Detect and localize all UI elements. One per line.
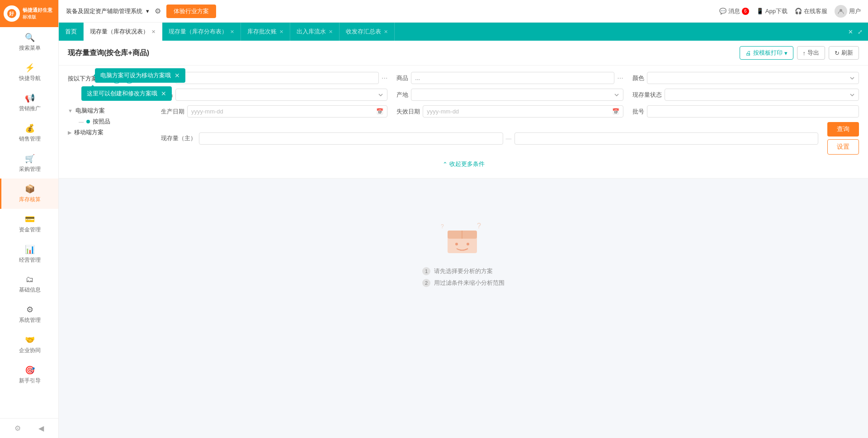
online-support-item[interactable]: 🎧 在线客服 bbox=[795, 7, 827, 15]
sidebar-item-enterprise[interactable]: 🤝 企业协同 bbox=[0, 330, 58, 360]
message-item[interactable]: 💬 消息 6 bbox=[719, 7, 749, 15]
tabbar-actions: ✕ ⤢ bbox=[843, 23, 868, 41]
sidebar-item-label: 采购管理 bbox=[19, 165, 41, 173]
sidebar-item-search[interactable]: 🔍 搜索菜单 bbox=[0, 27, 58, 57]
export-button[interactable]: ↑ 导出 bbox=[797, 46, 826, 60]
sidebar-item-label: 资金管理 bbox=[19, 226, 41, 234]
message-label: 消息 bbox=[728, 7, 740, 15]
collapse-filter-btn[interactable]: ⌃ 收起更多条件 bbox=[68, 156, 859, 172]
goods-field: 商品 ··· bbox=[396, 72, 623, 84]
batch-input[interactable] bbox=[647, 105, 859, 118]
tab-close-icon[interactable]: ✕ bbox=[151, 29, 156, 35]
origin-select[interactable] bbox=[411, 89, 623, 101]
production-date-placeholder: yyyy-mm-dd bbox=[191, 108, 223, 115]
reset-button[interactable]: 设置 bbox=[827, 139, 859, 155]
tab-close-icon[interactable]: ✕ bbox=[230, 29, 234, 35]
online-support-label: 在线客服 bbox=[804, 7, 827, 15]
sidebar-item-label: 销售管理 bbox=[19, 135, 41, 143]
sidebar-item-business[interactable]: 📊 经营管理 bbox=[0, 239, 58, 269]
collapse-sidebar-btn[interactable]: ◀ bbox=[38, 424, 44, 433]
close-all-tabs-icon[interactable]: ✕ bbox=[848, 28, 853, 35]
stock-status-select[interactable] bbox=[665, 89, 859, 101]
expiry-date-input[interactable]: yyyy-mm-dd 📅 bbox=[423, 105, 623, 118]
tab-inout-flow[interactable]: 出入库流水 ✕ bbox=[290, 23, 340, 41]
chevron-up-icon: ⌃ bbox=[443, 161, 448, 168]
sidebar-item-marketing[interactable]: 📢 营销推广 bbox=[0, 88, 58, 118]
batch-label: 批号 bbox=[632, 108, 644, 116]
popup1-close-btn[interactable]: ✕ bbox=[175, 72, 180, 79]
tabbar: 首页 现存量（库存状况表） ✕ 现存量（库存分布表） ✕ 库存批次账 ✕ 出入库… bbox=[59, 23, 868, 41]
sidebar-item-finance[interactable]: 💳 资金管理 bbox=[0, 209, 58, 239]
tab-inventory-status[interactable]: 现存量（库存状况表） ✕ bbox=[84, 23, 162, 41]
stock-status-field: 现存量状态 bbox=[632, 89, 859, 101]
tab-batch-ledger-label: 库存批次账 bbox=[247, 28, 277, 36]
popup2-close-btn[interactable]: ✕ bbox=[161, 90, 166, 97]
page-header: 现存量查询(按仓库+商品) 🖨 按模板打印 ▾ ↑ 导出 ↻ 刷新 bbox=[59, 41, 868, 66]
refresh-button[interactable]: ↻ 刷新 bbox=[829, 46, 859, 60]
expiry-date-field: 失效日期 yyyy-mm-dd 📅 bbox=[396, 105, 623, 118]
scheme-popup-1: 电脑方案可设为移动方案哦 ✕ bbox=[95, 68, 185, 83]
stock-main-label: 现存量（主） bbox=[161, 134, 196, 142]
goods-input[interactable] bbox=[411, 72, 614, 84]
tab-close-icon[interactable]: ✕ bbox=[384, 29, 388, 35]
filter-row-2: 尺码 产地 现存量状态 bbox=[161, 89, 859, 101]
sidebar-item-inventory[interactable]: 📦 库存核算 bbox=[0, 179, 58, 209]
tab-batch-ledger[interactable]: 库存批次账 ✕ bbox=[241, 23, 290, 41]
stock-main-to-input[interactable] bbox=[514, 132, 819, 145]
svg-point-6 bbox=[455, 243, 458, 245]
size-select[interactable] bbox=[175, 89, 387, 101]
scheme-item-pc[interactable]: — 按照品 bbox=[79, 116, 154, 127]
production-date-input[interactable]: yyyy-mm-dd 📅 bbox=[187, 105, 387, 118]
color-label: 颜色 bbox=[632, 74, 644, 82]
collapse-label: 收起更多条件 bbox=[449, 160, 485, 168]
trial-button[interactable]: 体验行业方案 bbox=[166, 5, 216, 18]
sidebar-item-label: 经营管理 bbox=[19, 256, 41, 264]
scheme-mobile-group[interactable]: ▶ 移动端方案 bbox=[68, 127, 154, 138]
tab-inventory-status-label: 现存量（库存状况表） bbox=[90, 28, 149, 36]
logo-text: 畅捷通好生意 bbox=[23, 7, 52, 14]
stock-main-field: 现存量（主） — bbox=[161, 132, 818, 145]
query-button[interactable]: 查询 bbox=[827, 122, 859, 137]
empty-tip-1: 1 请先选择要分析的方案 bbox=[422, 267, 505, 275]
app-download-label: App下载 bbox=[765, 7, 788, 15]
tab-close-icon[interactable]: ✕ bbox=[329, 29, 333, 35]
color-field: 颜色 bbox=[632, 72, 859, 84]
purchase-icon: 🛒 bbox=[25, 154, 35, 164]
tab-home[interactable]: 首页 bbox=[59, 23, 84, 41]
sidebar-item-sales[interactable]: 💰 销售管理 bbox=[0, 118, 58, 148]
sidebar-item-guide[interactable]: 🎯 新手引导 bbox=[0, 360, 58, 390]
color-select[interactable] bbox=[647, 72, 859, 84]
app-download-item[interactable]: 📱 App下载 bbox=[756, 7, 788, 15]
warehouse-more-icon[interactable]: ··· bbox=[382, 74, 387, 82]
tip-num-2: 2 bbox=[422, 279, 430, 287]
sidebar-item-purchase[interactable]: 🛒 采购管理 bbox=[0, 148, 58, 179]
settings-gear-icon[interactable]: ⚙ bbox=[155, 7, 161, 15]
template-print-button[interactable]: 🖨 按模板打印 ▾ bbox=[740, 46, 793, 60]
production-date-field: 生产日期 yyyy-mm-dd 📅 bbox=[161, 105, 387, 118]
base-icon: 🗂 bbox=[26, 275, 34, 284]
sidebar-item-label: 企业协同 bbox=[19, 347, 41, 354]
goods-more-icon[interactable]: ··· bbox=[617, 74, 623, 82]
tab-inventory-dist[interactable]: 现存量（库存分布表） ✕ bbox=[162, 23, 241, 41]
stock-main-from-input[interactable] bbox=[199, 132, 503, 145]
export-icon: ↑ bbox=[803, 50, 806, 57]
sales-icon: 💰 bbox=[25, 123, 35, 133]
scheme-tree: ▼ 电脑端方案 — 按照品 ▶ bbox=[68, 105, 154, 138]
system-selector[interactable]: 装备及固定资产辅助管理系统 ▾ bbox=[66, 7, 149, 15]
expand-tab-icon[interactable]: ⤢ bbox=[858, 28, 863, 35]
dropdown-icon: ▾ bbox=[146, 8, 149, 14]
scheme-pc-group[interactable]: ▼ 电脑端方案 bbox=[68, 105, 154, 116]
sidebar-item-base[interactable]: 🗂 基础信息 bbox=[0, 269, 58, 299]
topbar-right: 💬 消息 6 📱 App下载 🎧 在线客服 用户 bbox=[719, 5, 861, 18]
tab-close-icon[interactable]: ✕ bbox=[279, 29, 283, 35]
tab-collect-summary[interactable]: 收发存汇总表 ✕ bbox=[340, 23, 395, 41]
warehouse-input[interactable] bbox=[175, 72, 379, 84]
sidebar-logo: 好 畅捷通好生意 标准版 bbox=[0, 0, 58, 27]
sidebar-item-quick[interactable]: ⚡ 快捷导航 bbox=[0, 57, 58, 88]
phone-icon: 📱 bbox=[756, 8, 764, 14]
indent-icon: — bbox=[79, 119, 84, 124]
user-item[interactable]: 用户 bbox=[835, 5, 861, 18]
sidebar-item-system[interactable]: ⚙ 系统管理 bbox=[0, 299, 58, 330]
settings-footer-btn[interactable]: ⚙ bbox=[14, 424, 21, 433]
tip-text-1: 请先选择要分析的方案 bbox=[434, 267, 493, 275]
